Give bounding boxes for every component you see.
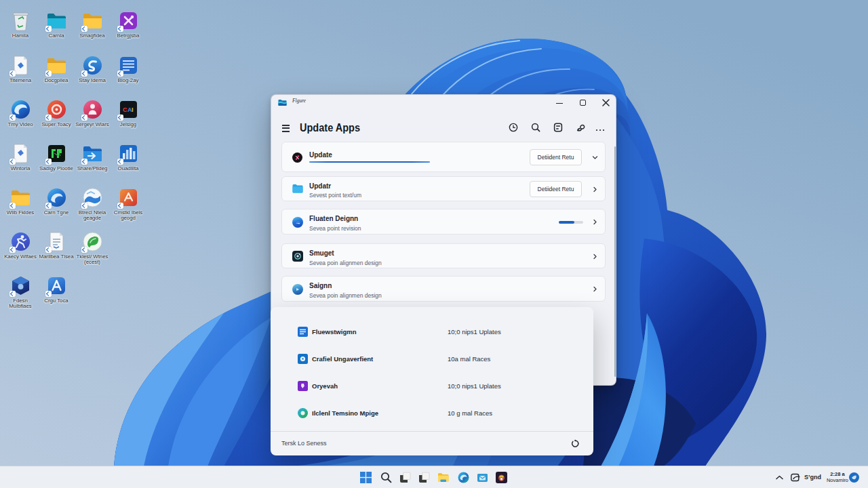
svg-text:I: I bbox=[132, 106, 134, 113]
svg-text:C: C bbox=[123, 106, 127, 113]
